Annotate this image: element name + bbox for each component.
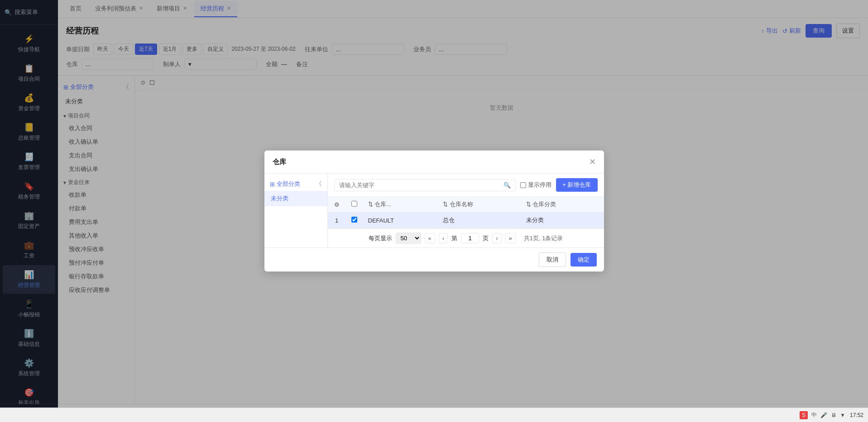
modal-content: 🔍 显示停用 + 新增仓库 ⚙ (328, 174, 604, 247)
taskbar-icon-mic: 🎤 (820, 412, 827, 418)
modal-search-input-wrapper: 🔍 (334, 179, 516, 191)
th-gear: ⚙ (328, 197, 346, 213)
modal-total-info: 共1页, 1条记录 (524, 234, 563, 243)
select-all-checkbox[interactable] (351, 201, 357, 207)
modal-page-size-select[interactable]: 50 10 20 100 (396, 233, 421, 244)
taskbar-time: 17:52 (850, 412, 863, 418)
sort-icon-code: ⇅ (368, 201, 373, 208)
cell-row-num: 1 (328, 213, 346, 228)
row-checkbox[interactable] (351, 217, 357, 223)
show-disabled-text: 显示停用 (528, 181, 551, 189)
modal-sidebar-title[interactable]: ⊞ 全部分类 (270, 180, 300, 188)
th-checkbox (346, 197, 363, 213)
cell-code: DEFAULT (363, 213, 437, 228)
taskbar-icon-s: S (800, 411, 808, 419)
modal-overlay: 仓库 ✕ ⊞ 全部分类 《 未分类 (0, 0, 868, 422)
modal-page-size-label: 每页显示 (369, 234, 392, 243)
modal-sidebar-item-unclassified[interactable]: 未分类 (264, 191, 327, 206)
taskbar: S 中 🎤 🖥 ▼ 17:52 (0, 407, 868, 422)
cell-checkbox (346, 213, 363, 228)
modal-sidebar: ⊞ 全部分类 《 未分类 (264, 174, 328, 247)
modal-close-button[interactable]: ✕ (589, 157, 596, 167)
sort-icon-category: ⇅ (526, 201, 531, 208)
modal-footer-bar: 每页显示 50 10 20 100 « ‹ 第 页 › » 共1页, 1条记录 (328, 228, 604, 247)
table-header-row: ⚙ ⇅ 仓库... ⇅ (328, 197, 604, 213)
cancel-button[interactable]: 取消 (539, 252, 566, 267)
table-body: 1 DEFAULT 总仓 未分类 (328, 213, 604, 228)
modal-first-page-button[interactable]: « (425, 233, 435, 243)
table-header: ⚙ ⇅ 仓库... ⇅ (328, 197, 604, 213)
add-warehouse-button[interactable]: + 新增仓库 (556, 178, 597, 192)
modal-table-wrapper: ⚙ ⇅ 仓库... ⇅ (328, 197, 604, 228)
modal-search-bar: 🔍 显示停用 + 新增仓库 (328, 174, 604, 197)
modal-page-input[interactable] (461, 233, 479, 243)
modal-sidebar-collapse-icon[interactable]: 《 (316, 180, 322, 188)
modal-actions: 取消 确定 (264, 247, 604, 272)
modal-header: 仓库 ✕ (264, 150, 604, 174)
th-name: ⇅ 仓库名称 (437, 197, 521, 213)
gear-icon-table[interactable]: ⚙ (334, 201, 340, 208)
modal-sidebar-header: ⊞ 全部分类 《 (264, 177, 327, 191)
show-disabled-checkbox[interactable] (520, 182, 526, 188)
taskbar-icons: S 中 🎤 🖥 ▼ (800, 411, 845, 419)
grid-icon-modal: ⊞ (270, 181, 275, 188)
warehouse-modal: 仓库 ✕ ⊞ 全部分类 《 未分类 (264, 150, 604, 272)
modal-title: 仓库 (273, 158, 286, 166)
modal-next-page-button[interactable]: › (492, 233, 501, 243)
cell-name: 总仓 (437, 213, 521, 228)
show-disabled-label[interactable]: 显示停用 (520, 181, 551, 189)
search-input[interactable] (339, 182, 501, 189)
confirm-button[interactable]: 确定 (571, 253, 597, 267)
taskbar-icon-zh: 中 (811, 411, 817, 419)
modal-page-label: 第 (451, 234, 457, 243)
th-code: ⇅ 仓库... (363, 197, 437, 213)
modal-last-page-button[interactable]: » (505, 233, 516, 243)
modal-body: ⊞ 全部分类 《 未分类 🔍 显示停用 (264, 174, 604, 247)
modal-page-suffix: 页 (483, 234, 489, 243)
taskbar-icon-screen: 🖥 (831, 412, 836, 418)
modal-sidebar-title-text: 全部分类 (277, 180, 300, 188)
cell-category: 未分类 (521, 213, 604, 228)
table-row[interactable]: 1 DEFAULT 总仓 未分类 (328, 213, 604, 228)
th-category: ⇅ 仓库分类 (521, 197, 604, 213)
search-icon-modal: 🔍 (504, 182, 511, 189)
modal-prev-page-button[interactable]: ‹ (439, 233, 448, 243)
warehouse-table: ⚙ ⇅ 仓库... ⇅ (328, 197, 604, 228)
sort-icon-name: ⇅ (443, 201, 448, 208)
taskbar-icon-arrow: ▼ (840, 412, 845, 418)
